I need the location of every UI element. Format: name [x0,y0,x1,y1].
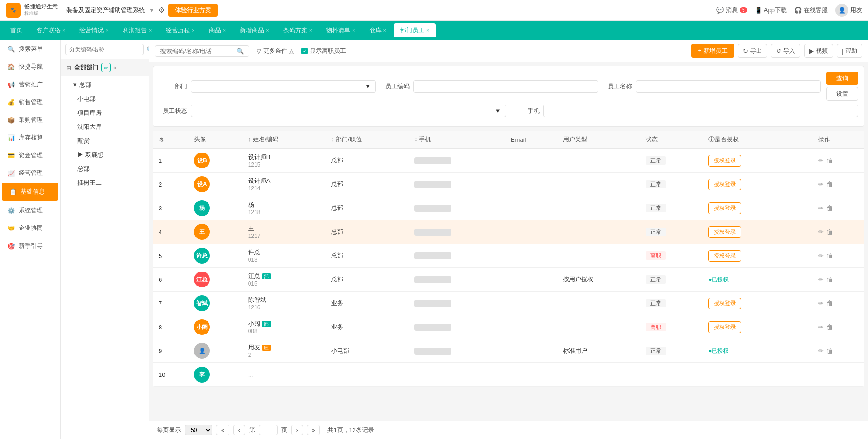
message-item[interactable]: 💬 消息 5 [716,6,747,14]
nav-tab-0[interactable]: 首页 [4,23,29,37]
delete-icon-5[interactable]: 🗑 [826,276,833,283]
sidebar-item-1[interactable]: 🏠快捷导航 [0,58,60,76]
dept-tree-item-5[interactable]: ▶ 双鹿想 [61,148,149,162]
nav-tab-5[interactable]: 商品× [202,23,232,37]
first-page-btn[interactable]: « [216,425,229,435]
sidebar-item-6[interactable]: 💳资金管理 [0,146,60,164]
nav-tab-close-6[interactable]: × [266,28,269,33]
sidebar-item-4[interactable]: 📦采购管理 [0,111,60,129]
view-button[interactable]: ▶ 视频 [804,44,833,58]
sidebar-item-2[interactable]: 📢营销推广 [0,76,60,93]
dept-tree-item-2[interactable]: 项目库房 [61,106,149,120]
edit-icon-1[interactable]: ✏ [818,181,824,188]
edit-icon-4[interactable]: ✏ [818,252,824,259]
nav-tab-10[interactable]: 部门员工× [394,23,436,37]
sidebar-item-9[interactable]: ⚙️系统管理 [0,202,60,219]
online-service-item[interactable]: 🎧 在线客服 [794,6,828,14]
nav-tab-close-7[interactable]: × [309,28,312,33]
sidebar-item-8[interactable]: 📋基础信息 [2,183,58,201]
th-name-code[interactable]: ↕ 姓名/编码 [243,131,326,149]
dept-tree-item-6[interactable]: 总部 [61,162,149,176]
settings-icon[interactable]: ⚙ [158,6,165,14]
auth-btn-7[interactable]: 授权登录 [708,321,741,333]
nav-tab-9[interactable]: 仓库× [363,23,393,37]
sidebar-item-5[interactable]: 📊库存核算 [0,129,60,146]
nav-tab-close-8[interactable]: × [352,28,355,33]
delete-icon-1[interactable]: 🗑 [826,181,833,188]
edit-icon-3[interactable]: ✏ [818,228,824,236]
edit-icon-6[interactable]: ✏ [818,300,824,307]
sidebar-item-7[interactable]: 📈经营管理 [0,164,60,182]
page-number-input[interactable]: 1 [259,425,278,435]
auth-btn-2[interactable]: 授权登录 [708,202,741,214]
dept-tree-item-0[interactable]: ▼ 总部 [61,78,149,92]
dept-tree-item-3[interactable]: 沈阳大库 [61,120,149,134]
nav-tab-4[interactable]: 经营历程× [159,23,201,37]
query-button[interactable]: 查询 [826,72,858,85]
delete-icon-6[interactable]: 🗑 [826,300,833,307]
last-page-btn[interactable]: » [307,425,320,435]
dropdown-arrow-icon[interactable]: ▼ [149,7,154,14]
filter-phone-input[interactable] [543,105,859,117]
delete-icon-0[interactable]: 🗑 [826,157,833,164]
nav-tab-close-2[interactable]: × [105,28,108,33]
filter-more-btn[interactable]: ▽ 更多条件 △ [253,45,298,57]
filter-dept-select[interactable]: ▼ [191,80,376,93]
edit-icon-0[interactable]: ✏ [818,157,824,164]
auth-btn-0[interactable]: 授权登录 [708,155,741,167]
add-employee-button[interactable]: + 新增员工 [691,44,734,58]
prev-page-btn[interactable]: ‹ [233,425,245,435]
edit-icon-7[interactable]: ✏ [818,323,824,331]
delete-icon-2[interactable]: 🗑 [826,204,833,212]
nav-tab-close-3[interactable]: × [149,28,152,33]
emp-search-icon[interactable]: 🔍 [236,48,244,55]
sidebar-item-0[interactable]: 🔍搜索菜单 [0,40,60,58]
sidebar-item-3[interactable]: 💰销售管理 [0,93,60,111]
nav-tab-1[interactable]: 客户联络× [30,23,72,37]
nav-tab-8[interactable]: 物料清单× [319,23,361,37]
filter-code-input[interactable] [413,80,598,93]
show-resigned-wrap[interactable]: ✓ 显示离职员工 [301,47,346,55]
trial-button[interactable]: 体验行业方案 [168,4,218,17]
auth-btn-4[interactable]: 授权登录 [708,250,741,262]
edit-icon-5[interactable]: ✏ [818,276,824,283]
settings-icon[interactable]: ⚙ [159,136,164,143]
app-download-item[interactable]: 📱 App下载 [755,6,787,14]
nav-tab-7[interactable]: 条码方案× [277,23,319,37]
show-resigned-checkbox[interactable]: ✓ [301,48,308,54]
auth-btn-1[interactable]: 授权登录 [708,179,741,190]
th-settings[interactable]: ⚙ [153,131,188,149]
delete-icon-7[interactable]: 🗑 [826,323,833,331]
dept-tree-item-4[interactable]: 配货 [61,134,149,148]
per-page-select[interactable]: 50 20 100 [185,425,212,435]
auth-btn-3[interactable]: 授权登录 [708,226,741,238]
next-page-btn[interactable]: › [291,425,303,435]
export-button[interactable]: ↻ 导出 [738,44,767,58]
filter-status-select[interactable]: ▼ [191,105,506,117]
dept-search-input[interactable] [65,44,144,55]
delete-icon-3[interactable]: 🗑 [826,228,833,236]
reset-button[interactable]: 设置 [826,87,858,101]
nav-tab-close-10[interactable]: × [426,28,429,33]
import-button[interactable]: ↺ 导入 [771,44,800,58]
nav-tab-6[interactable]: 新增商品× [233,23,275,37]
user-item[interactable]: 👤 用友 [835,4,862,17]
emp-search-input[interactable] [160,48,235,55]
nav-tab-close-9[interactable]: × [383,28,386,33]
edit-icon-8[interactable]: ✏ [818,347,824,355]
nav-tab-3[interactable]: 利润报告× [116,23,158,37]
dept-edit-icon[interactable]: ✏ [101,63,111,72]
nav-tab-close-1[interactable]: × [62,28,65,33]
th-dept-position[interactable]: ↕ 部门/职位 [326,131,409,149]
edit-icon-2[interactable]: ✏ [818,204,824,212]
help-button[interactable]: | 帮助 [837,44,862,58]
auth-btn-6[interactable]: 授权登录 [708,298,741,309]
delete-icon-4[interactable]: 🗑 [826,252,833,259]
dept-collapse-btn[interactable]: « [113,64,117,71]
nav-tab-close-4[interactable]: × [192,28,194,33]
dept-tree-item-7[interactable]: 插树王二 [61,176,149,190]
filter-name-input[interactable] [636,80,821,93]
delete-icon-8[interactable]: 🗑 [826,347,833,355]
dept-tree-item-1[interactable]: 小电部 [61,92,149,106]
nav-tab-2[interactable]: 经营情况× [73,23,115,37]
